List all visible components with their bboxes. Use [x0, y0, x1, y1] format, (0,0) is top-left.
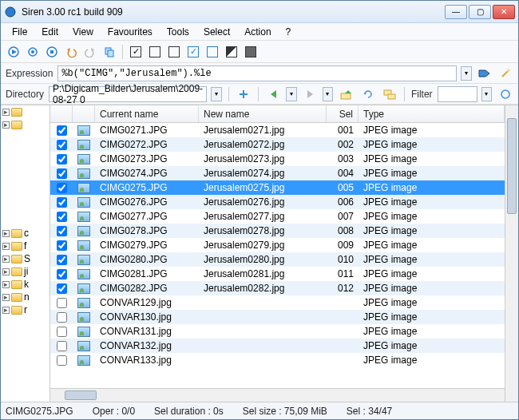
expand-icon[interactable]: ▸ — [2, 268, 10, 275]
row-checkbox[interactable] — [50, 269, 73, 279]
menu-edit[interactable]: Edit — [35, 25, 65, 39]
tree-item[interactable]: ▸k — [1, 278, 50, 291]
uncheck-icon[interactable] — [147, 44, 163, 60]
uncheck2-icon[interactable] — [166, 44, 182, 60]
play-icon[interactable] — [6, 44, 22, 60]
gear-icon[interactable] — [25, 44, 41, 60]
row-checkbox[interactable] — [50, 298, 73, 308]
maximize-button[interactable]: ▢ — [469, 5, 491, 19]
expand-icon[interactable]: ▸ — [2, 243, 10, 250]
up-icon[interactable] — [338, 86, 355, 102]
expand-icon[interactable]: ▸ — [2, 294, 10, 301]
expand-icon[interactable]: ▸ — [2, 281, 10, 288]
table-row[interactable]: CIMG0273.JPGJerusalem0273.jpg003JPEG ima… — [50, 152, 505, 166]
table-row[interactable]: CONVAR129.jpgJPEG image — [50, 295, 505, 310]
tag-icon[interactable] — [477, 65, 493, 81]
row-checkbox[interactable] — [50, 226, 73, 236]
minimize-button[interactable]: — — [445, 5, 467, 19]
tree-item[interactable]: ▸ — [1, 105, 50, 118]
col-check[interactable] — [50, 105, 73, 122]
table-row[interactable]: CIMG0271.JPGJerusalem0271.jpg001JPEG ima… — [50, 123, 505, 137]
filter-dropdown[interactable]: ▾ — [481, 87, 492, 101]
row-checkbox[interactable] — [50, 183, 73, 193]
menu-view[interactable]: View — [66, 25, 100, 39]
row-checkbox[interactable] — [50, 355, 73, 366]
check-all-icon[interactable]: ✓ — [128, 44, 144, 60]
folder-tree[interactable]: ▸▸▸c▸f▸S▸ji▸k▸n▸r — [1, 105, 50, 402]
table-row[interactable]: CONVAR132.jpgJPEG image — [50, 339, 505, 353]
row-checkbox[interactable] — [50, 168, 73, 179]
tree-item[interactable]: ▸n — [1, 291, 50, 303]
menu-action[interactable]: Action — [238, 25, 277, 39]
table-row[interactable]: CIMG0282.JPGJerusalem0282.jpg012JPEG ima… — [50, 281, 505, 295]
table-row[interactable]: CIMG0277.JPGJerusalem0277.jpg007JPEG ima… — [50, 209, 505, 224]
expand-icon[interactable]: ▸ — [2, 109, 10, 116]
tree-item[interactable]: ▸ji — [1, 265, 50, 278]
menu-help[interactable]: ? — [279, 25, 298, 39]
filter-input[interactable] — [438, 86, 477, 102]
row-checkbox[interactable] — [50, 255, 73, 265]
refresh-icon[interactable] — [359, 86, 376, 102]
menu-file[interactable]: File — [6, 25, 34, 39]
table-row[interactable]: CIMG0276.JPGJerusalem0276.jpg006JPEG ima… — [50, 195, 505, 209]
tree-item[interactable]: ▸S — [1, 252, 50, 265]
directory-input[interactable]: P:\Digicam_Bilder\Jerusalem\2009-08-27 0 — [49, 86, 207, 102]
forward-icon[interactable] — [302, 86, 319, 102]
recurse-icon[interactable] — [381, 86, 398, 102]
back-dropdown[interactable]: ▾ — [286, 87, 296, 101]
row-checkbox[interactable] — [50, 327, 73, 337]
col-new[interactable]: New name — [199, 105, 327, 122]
expression-dropdown[interactable]: ▾ — [461, 66, 472, 81]
horizontal-scrollbar[interactable] — [50, 388, 505, 402]
row-checkbox[interactable] — [50, 240, 73, 251]
col-current[interactable]: Current name — [95, 105, 199, 122]
table-row[interactable]: CIMG0279.JPGJerusalem0279.jpg009JPEG ima… — [50, 238, 505, 252]
col-sel[interactable]: Sel — [327, 105, 359, 122]
directory-dropdown[interactable]: ▾ — [211, 87, 221, 101]
col-icon[interactable] — [73, 105, 95, 122]
row-checkbox[interactable] — [50, 140, 73, 150]
expand-icon[interactable]: ▸ — [2, 256, 10, 263]
tree-item[interactable]: ▸f — [1, 240, 50, 252]
undo-icon[interactable] — [63, 44, 79, 60]
table-row[interactable]: CIMG0278.JPGJerusalem0278.jpg008JPEG ima… — [50, 224, 505, 238]
expand-icon[interactable]: ▸ — [2, 307, 10, 314]
table-row[interactable]: CIMG0281.JPGJerusalem0281.jpg011JPEG ima… — [50, 267, 505, 281]
col-type[interactable]: Type — [359, 105, 505, 122]
uncheck-sel-icon[interactable] — [204, 44, 220, 60]
fill-icon[interactable] — [243, 44, 259, 60]
row-checkbox[interactable] — [50, 197, 73, 208]
table-row[interactable]: CONVAR131.jpgJPEG image — [50, 324, 505, 339]
filter-apply-icon[interactable] — [497, 86, 513, 102]
wand-icon[interactable] — [497, 65, 513, 81]
row-checkbox[interactable] — [50, 283, 73, 294]
add-fav-icon[interactable] — [235, 86, 252, 102]
invert-icon[interactable] — [224, 44, 240, 60]
table-row[interactable]: CONVAR130.jpgJPEG image — [50, 310, 505, 324]
expand-icon[interactable]: ▸ — [2, 230, 10, 237]
tree-item[interactable]: ▸r — [1, 303, 50, 316]
tree-item[interactable]: ▸ — [1, 118, 50, 131]
row-checkbox[interactable] — [50, 125, 73, 136]
row-checkbox[interactable] — [50, 154, 73, 164]
tree-item[interactable]: ▸c — [1, 227, 50, 240]
forward-dropdown[interactable]: ▾ — [323, 87, 333, 101]
menu-select[interactable]: Select — [197, 25, 236, 39]
check-sel-icon[interactable]: ✓ — [185, 44, 201, 60]
back-icon[interactable] — [265, 86, 282, 102]
table-row[interactable]: CIMG0280.JPGJerusalem0280.jpg010JPEG ima… — [50, 252, 505, 267]
row-checkbox[interactable] — [50, 312, 73, 323]
vertical-scrollbar[interactable] — [505, 105, 518, 402]
table-row[interactable]: CIMG0275.JPGJerusalem0275.jpg005JPEG ima… — [50, 180, 505, 195]
expand-icon[interactable]: ▸ — [2, 121, 10, 129]
copy-icon[interactable] — [101, 44, 117, 60]
table-row[interactable]: CIMG0272.JPGJerusalem0272.jpg002JPEG ima… — [50, 137, 505, 152]
expression-input[interactable]: %b("CIMG","Jerusalem").%le — [57, 65, 457, 81]
table-row[interactable]: CIMG0274.JPGJerusalem0274.jpg004JPEG ima… — [50, 166, 505, 180]
redo-icon[interactable] — [82, 44, 98, 60]
menu-tools[interactable]: Tools — [160, 25, 196, 39]
menu-favourites[interactable]: Favourites — [101, 25, 159, 39]
row-checkbox[interactable] — [50, 212, 73, 222]
table-row[interactable]: CONVAR133.jpgJPEG image — [50, 353, 505, 367]
list-body[interactable]: CIMG0271.JPGJerusalem0271.jpg001JPEG ima… — [50, 123, 505, 388]
